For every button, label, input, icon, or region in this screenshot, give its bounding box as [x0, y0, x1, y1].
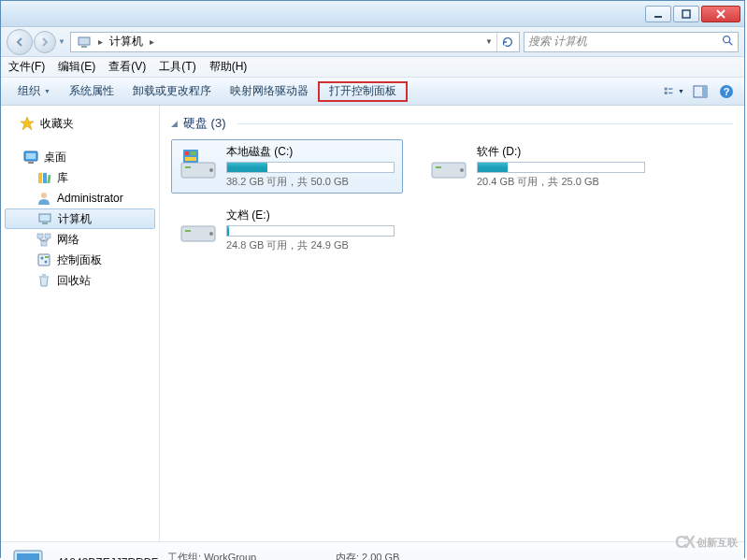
svg-rect-25 [38, 254, 50, 266]
svg-rect-42 [17, 553, 39, 561]
user-icon [36, 191, 51, 206]
collapse-icon[interactable]: ◢ [171, 119, 178, 128]
drive-d-icon [428, 144, 469, 185]
details-pane: 41243BZEJJ7RRBF 工作组: WorkGroup 处理器: Inte… [1, 541, 744, 560]
svg-rect-20 [39, 214, 50, 222]
section-header-drives[interactable]: ◢ 硬盘 (3) [171, 115, 733, 132]
svg-rect-6 [665, 92, 668, 94]
breadcrumb-computer[interactable]: 计算机 [106, 33, 147, 51]
svg-rect-2 [79, 37, 90, 45]
svg-point-40 [209, 232, 213, 236]
search-input[interactable]: 搜索 计算机 [524, 32, 739, 52]
svg-rect-16 [38, 173, 42, 183]
star-icon [20, 116, 35, 131]
recycle-bin-icon [36, 273, 51, 288]
uninstall-programs-button[interactable]: 卸载或更改程序 [123, 81, 221, 102]
svg-rect-1 [682, 10, 690, 18]
drive-d-stats: 20.4 GB 可用，共 25.0 GB [477, 175, 647, 189]
menu-view[interactable]: 查看(V) [108, 59, 146, 75]
svg-point-26 [41, 257, 44, 260]
sidebar-recycle-bin[interactable]: 回收站 [1, 270, 159, 291]
chevron-right-icon[interactable]: ▸ [95, 36, 106, 47]
drive-d-bar [477, 162, 645, 173]
sidebar-administrator[interactable]: Administrator [1, 188, 159, 208]
library-icon [36, 170, 51, 185]
svg-rect-39 [185, 230, 191, 232]
drive-c-icon [178, 144, 219, 185]
svg-rect-24 [41, 241, 47, 246]
computer-crumb-icon [73, 33, 95, 51]
svg-rect-7 [668, 88, 672, 89]
svg-rect-10 [702, 86, 707, 97]
address-dropdown[interactable]: ▼ [481, 34, 496, 50]
drive-e-label: 文档 (E:) [226, 208, 396, 223]
menu-edit[interactable]: 编辑(E) [58, 59, 95, 75]
svg-point-27 [45, 261, 48, 264]
chevron-right-icon[interactable]: ▸ [147, 36, 157, 47]
sidebar-control-panel[interactable]: 控制面板 [1, 250, 159, 270]
svg-rect-29 [39, 276, 49, 278]
svg-rect-8 [668, 92, 672, 93]
svg-rect-23 [45, 234, 50, 238]
menu-file[interactable]: 文件(F) [8, 59, 45, 75]
svg-rect-0 [654, 16, 662, 18]
view-options-button[interactable]: ▼ [664, 81, 684, 102]
title-bar [1, 1, 744, 27]
drive-c[interactable]: 本地磁盘 (C:) 38.2 GB 可用，共 50.0 GB [171, 139, 403, 194]
svg-rect-17 [43, 173, 47, 183]
forward-button[interactable] [34, 31, 56, 53]
address-bar[interactable]: ▸ 计算机 ▸ ▼ [70, 32, 520, 52]
svg-point-19 [41, 193, 47, 198]
sidebar-favorites[interactable]: 收藏夹 [1, 113, 159, 134]
map-network-drive-button[interactable]: 映射网络驱动器 [221, 81, 318, 102]
history-dropdown[interactable]: ▼ [57, 33, 66, 51]
network-icon [36, 232, 51, 247]
refresh-button[interactable] [496, 33, 517, 51]
content-area: ◢ 硬盘 (3) 本地磁盘 (C:) 38.2 GB 可用，共 50.0 GB [160, 106, 744, 541]
sidebar-computer[interactable]: 计算机 [5, 208, 155, 229]
sidebar-libraries[interactable]: 库 [1, 167, 159, 188]
svg-point-4 [724, 36, 730, 43]
drive-d-label: 软件 (D:) [477, 144, 647, 160]
drive-e-icon [178, 208, 219, 249]
svg-rect-30 [42, 274, 46, 276]
watermark: CX创新互联 [675, 533, 738, 553]
drive-e-bar [226, 225, 395, 237]
minimize-button[interactable] [645, 6, 671, 22]
svg-rect-22 [37, 234, 43, 238]
maximize-button[interactable] [673, 6, 699, 22]
svg-rect-5 [665, 87, 668, 90]
help-button[interactable]: ? [716, 81, 737, 102]
system-properties-button[interactable]: 系统属性 [60, 81, 123, 102]
nav-bar: ▼ ▸ 计算机 ▸ ▼ 搜索 计算机 [1, 27, 744, 57]
details-computer-name: 41243BZEJJ7RRBF [57, 556, 158, 561]
drive-c-label: 本地磁盘 (C:) [226, 144, 396, 160]
svg-rect-18 [47, 175, 50, 183]
svg-rect-14 [26, 153, 36, 159]
drive-e[interactable]: 文档 (E:) 24.8 GB 可用，共 24.9 GB [171, 203, 403, 257]
menu-tools[interactable]: 工具(T) [159, 59, 195, 75]
control-panel-icon [36, 252, 51, 267]
menu-help[interactable]: 帮助(H) [209, 59, 248, 75]
drive-d[interactable]: 软件 (D:) 20.4 GB 可用，共 25.0 GB [422, 139, 654, 194]
svg-rect-32 [185, 166, 191, 168]
preview-pane-button[interactable] [690, 81, 711, 102]
computer-icon [37, 211, 52, 226]
menu-bar: 文件(F) 编辑(E) 查看(V) 工具(T) 帮助(H) [1, 57, 744, 78]
svg-rect-3 [81, 46, 87, 48]
organize-button[interactable]: 组织▼ [8, 81, 60, 102]
back-button[interactable] [7, 29, 33, 55]
svg-point-33 [209, 168, 213, 172]
svg-rect-15 [28, 162, 34, 164]
svg-text:?: ? [724, 86, 730, 97]
open-control-panel-button[interactable]: 打开控制面板 [318, 81, 408, 102]
toolbar: 组织▼ 系统属性 卸载或更改程序 映射网络驱动器 打开控制面板 ▼ ? [1, 78, 744, 106]
search-icon [721, 34, 734, 50]
search-placeholder: 搜索 计算机 [528, 34, 587, 50]
details-workgroup: WorkGroup [204, 552, 256, 561]
close-button[interactable] [701, 6, 740, 22]
sidebar-desktop[interactable]: 桌面 [1, 147, 159, 167]
sidebar-network[interactable]: 网络 [1, 229, 159, 250]
drive-c-stats: 38.2 GB 可用，共 50.0 GB [226, 175, 396, 189]
drive-e-stats: 24.8 GB 可用，共 24.9 GB [226, 238, 396, 252]
